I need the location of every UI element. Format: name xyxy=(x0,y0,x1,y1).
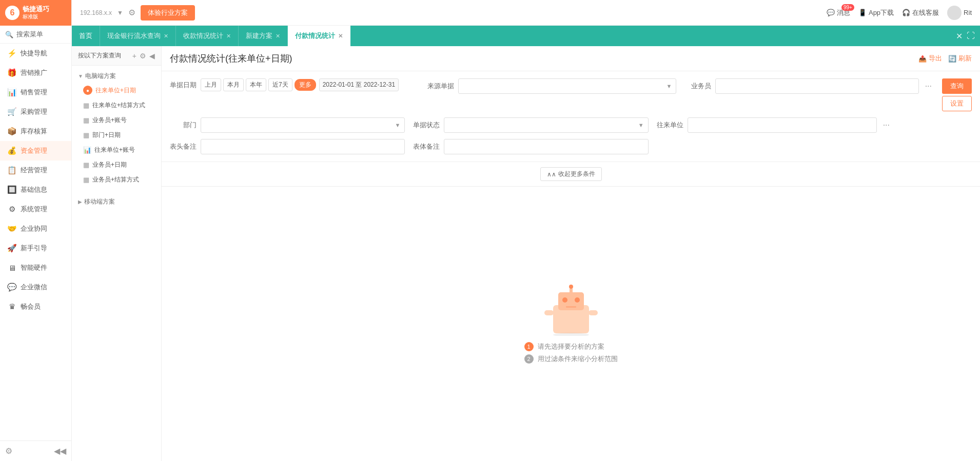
last-month-btn[interactable]: 上月 xyxy=(201,78,221,91)
scheme-item-dept-date[interactable]: ▦ 部门+日期 xyxy=(72,128,161,143)
filter-field-body-note: 表体备注 xyxy=(413,139,648,154)
nav-label-basic: 基础信息 xyxy=(21,185,47,194)
status-label: 单据状态 xyxy=(413,121,440,130)
date-control: 上月 本月 本年 近7天 更多 2022-01-01 至 2022-12-31 xyxy=(201,78,419,91)
app-edition: 标准版 xyxy=(23,13,49,21)
sidebar-item-purchase[interactable]: 🛒采购管理 xyxy=(0,102,71,122)
staff-more-icon[interactable]: ··· xyxy=(923,82,934,91)
scheme-collapse-icon[interactable]: ◀ xyxy=(149,52,155,60)
sidebar-search[interactable]: 🔍 搜索菜单 xyxy=(0,26,71,44)
footer-collapse-icon[interactable]: ◀◀ xyxy=(54,446,66,456)
tab-bank[interactable]: 现金银行流水查询✕ xyxy=(100,26,176,46)
footer-settings-icon[interactable]: ⚙ xyxy=(5,446,12,456)
tab-home[interactable]: 首页 xyxy=(72,26,100,46)
sidebar-item-operation[interactable]: 📋经营管理 xyxy=(0,161,71,180)
refresh-label: 刷新 xyxy=(958,54,972,63)
server-address: 192.168.x.x xyxy=(80,9,112,16)
nav-label-inventory: 库存核算 xyxy=(21,127,47,136)
settings-btn[interactable]: 设置 xyxy=(942,96,972,111)
page-header: 付款情况统计(往来单位+日期) 📤 导出 🔄 刷新 xyxy=(162,46,980,71)
expand-icon[interactable]: ⛶ xyxy=(967,31,975,41)
dept-select[interactable]: ▼ xyxy=(201,117,405,133)
header-note-input[interactable] xyxy=(201,139,405,154)
source-select[interactable]: ▼ xyxy=(458,78,677,94)
nav-label-sales: 销售管理 xyxy=(21,88,47,97)
tab-new-plan[interactable]: 新建方案✕ xyxy=(239,26,288,46)
more-dates-btn[interactable]: 更多 xyxy=(295,79,316,91)
sidebar-item-marketing[interactable]: 🎁营销推广 xyxy=(0,63,71,83)
scheme-item-staff-date[interactable]: ▦ 业务员+日期 xyxy=(72,157,161,172)
sidebar-item-quick-nav[interactable]: ⚡快捷导航 xyxy=(0,44,71,63)
sidebar-item-corp[interactable]: 🤝企业协同 xyxy=(0,219,71,238)
messages-btn[interactable]: 💬 消息 99+ xyxy=(827,8,850,17)
scheme-item-label: 往来单位+日期 xyxy=(95,86,136,95)
tab-close-receivable[interactable]: ✕ xyxy=(226,33,231,39)
logo-text-group: 畅捷通巧 标准版 xyxy=(23,5,49,21)
unit-more-icon[interactable]: ··· xyxy=(881,121,892,130)
export-btn[interactable]: 📤 导出 xyxy=(918,54,942,63)
scheme-item-staff-settle[interactable]: ▦ 业务员+结算方式 xyxy=(72,172,161,187)
tab-close-new-plan[interactable]: ✕ xyxy=(276,33,280,39)
scheme-item-icon: ▦ xyxy=(83,102,89,109)
sidebar-item-inventory[interactable]: 📦库存核算 xyxy=(0,122,71,141)
tab-close-bank[interactable]: ✕ xyxy=(164,33,168,39)
scheme-add-icon[interactable]: + xyxy=(132,52,136,60)
scheme-item-label: 业务员+账号 xyxy=(92,116,127,125)
close-all-icon[interactable]: ✕ xyxy=(956,31,963,41)
nav-icon-quick-nav: ⚡ xyxy=(7,49,16,58)
sidebar-item-finance[interactable]: 💰资金管理 xyxy=(0,141,71,161)
staff-select[interactable] xyxy=(715,78,918,94)
section-label: 电脑端方案 xyxy=(85,72,116,81)
tab-payment-stat[interactable]: 付款情况统计✕ xyxy=(288,26,350,46)
topbar-dropdown-arrow[interactable]: ▼ xyxy=(117,9,123,16)
nav-label-wechat: 企业微信 xyxy=(21,283,47,292)
collapse-btn[interactable]: ∧∧ 收起更多条件 xyxy=(540,167,602,181)
last-7days-btn[interactable]: 近7天 xyxy=(268,78,292,91)
sidebar-item-hardware[interactable]: 🖥智能硬件 xyxy=(0,258,71,277)
tab-label-bank: 现金银行流水查询 xyxy=(107,31,161,41)
svg-rect-4 xyxy=(566,306,576,308)
topbar-gear-icon[interactable]: ⚙ xyxy=(128,8,135,17)
date-range-value[interactable]: 2022-01-01 至 2022-12-31 xyxy=(319,78,399,91)
empty-state: 1 请先选择要分析的方案 2 用过滤条件来缩小分析范围 xyxy=(162,187,980,461)
online-service-btn[interactable]: 🎧 在线客服 xyxy=(902,8,939,17)
scheme-settings-icon[interactable]: ⚙ xyxy=(140,52,146,60)
sidebar-item-basic[interactable]: 🔲基础信息 xyxy=(0,180,71,199)
this-month-btn[interactable]: 本月 xyxy=(223,78,244,91)
message-icon: 💬 xyxy=(827,9,835,16)
scheme-section-desktop-header[interactable]: ▼ 电脑端方案 xyxy=(72,70,161,83)
app-download-btn[interactable]: 📱 App下载 xyxy=(858,8,894,17)
sidebar-item-vip[interactable]: ♛畅会员 xyxy=(0,297,71,316)
refresh-btn[interactable]: 🔄 刷新 xyxy=(948,54,972,63)
demo-btn[interactable]: 体验行业方案 xyxy=(141,5,195,21)
nav-icon-vip: ♛ xyxy=(7,302,16,311)
body-note-input[interactable] xyxy=(444,139,648,154)
scheme-item-label: 业务员+结算方式 xyxy=(92,175,139,184)
search-label: 搜索菜单 xyxy=(16,30,43,39)
scheme-section-mobile: ▶ 移动端方案 xyxy=(72,191,161,212)
scheme-item-unit-date[interactable]: ● 往来单位+日期 xyxy=(72,83,161,98)
sidebar: 6 畅捷通巧 标准版 🔍 搜索菜单 ⚡快捷导航🎁营销推广📊销售管理🛒采购管理📦库… xyxy=(0,0,72,461)
nav-icon-sales: 📊 xyxy=(7,88,16,97)
status-select[interactable]: ▼ xyxy=(444,117,648,133)
sidebar-item-sales[interactable]: 📊销售管理 xyxy=(0,83,71,102)
unit-select[interactable] xyxy=(688,117,877,133)
sidebar-item-guide[interactable]: 🚀新手引导 xyxy=(0,238,71,258)
tab-close-payment-stat[interactable]: ✕ xyxy=(338,33,343,39)
logo-icon: 6 xyxy=(5,6,19,20)
avatar xyxy=(947,6,962,20)
status-select-arrow: ▼ xyxy=(638,122,644,128)
sidebar-item-system[interactable]: ⚙系统管理 xyxy=(0,199,71,219)
scheme-item-unit-settle[interactable]: ▦ 往来单位+结算方式 xyxy=(72,98,161,113)
collapse-up-icon: ∧∧ xyxy=(547,171,556,178)
user-avatar-btn[interactable]: Rit xyxy=(947,6,972,20)
tab-receivable[interactable]: 收款情况统计✕ xyxy=(176,26,239,46)
this-year-btn[interactable]: 本年 xyxy=(246,78,266,91)
scheme-section-mobile-header[interactable]: ▶ 移动端方案 xyxy=(72,195,161,208)
scheme-item-unit-account[interactable]: 📊 往来单位+账号 xyxy=(72,143,161,157)
sidebar-item-wechat[interactable]: 💬企业微信 xyxy=(0,277,71,297)
app-name: 畅捷通巧 xyxy=(23,5,49,13)
query-btn[interactable]: 查询 xyxy=(942,78,972,94)
scheme-item-staff-account[interactable]: ▦ 业务员+账号 xyxy=(72,113,161,128)
svg-point-6 xyxy=(569,285,573,289)
